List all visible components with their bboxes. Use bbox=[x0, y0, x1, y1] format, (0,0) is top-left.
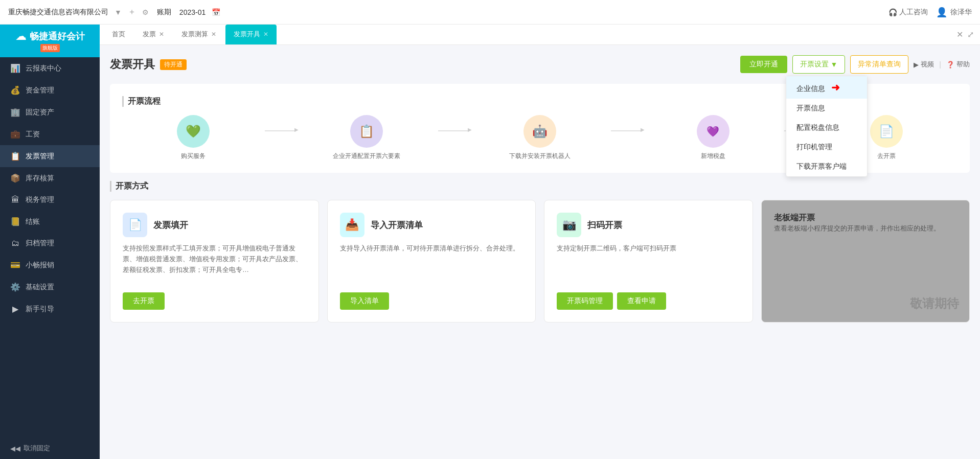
abnormal-button[interactable]: 异常清单查询 bbox=[850, 55, 908, 74]
sidebar-item-label: 归档管理 bbox=[26, 239, 54, 248]
sidebar-item-archive[interactable]: 🗂 归档管理 bbox=[0, 233, 100, 254]
user-avatar-icon: 👤 bbox=[936, 7, 947, 18]
sidebar-item-inventory[interactable]: 📦 库存核算 bbox=[0, 167, 100, 189]
tab-invoice[interactable]: 发票 ✕ bbox=[134, 25, 172, 44]
logo-badge: 旗舰版 bbox=[40, 44, 60, 52]
tab-close-all[interactable]: ✕ bbox=[956, 30, 963, 39]
sidebar-bottom-label: 取消固定 bbox=[24, 444, 50, 453]
boss-invoice-title: 老板端开票 bbox=[774, 213, 815, 222]
sidebar-bottom-pin[interactable]: ◀◀ 取消固定 bbox=[0, 438, 100, 459]
config-enterprise-label: 企业开通配置开票六要素 bbox=[333, 152, 400, 160]
dropdown-item-printer[interactable]: 打印机管理 bbox=[786, 137, 867, 157]
page-area: 发票开具 待开通 立即开通 开票设置 ▼ 企业信息 ➜ bbox=[100, 45, 980, 459]
dropdown-item-tax-disk[interactable]: 配置税盘信息 bbox=[786, 118, 867, 137]
flow-connector-2 bbox=[438, 130, 469, 131]
sidebar-item-label: 固定资产 bbox=[26, 108, 54, 117]
settings-icon[interactable]: ⚙ bbox=[142, 8, 149, 16]
tab-home[interactable]: 首页 bbox=[104, 25, 133, 44]
add-disk-label: 新增税盘 bbox=[701, 152, 725, 160]
dropdown-item-company-info[interactable]: 企业信息 ➜ bbox=[786, 76, 867, 99]
video-button[interactable]: ▶ 视频 bbox=[914, 60, 934, 69]
scan-invoice-title: 扫码开票 bbox=[587, 219, 622, 231]
tab-invoice-close[interactable]: ✕ bbox=[159, 31, 164, 38]
import-invoice-button[interactable]: 导入清单 bbox=[340, 292, 389, 310]
calendar-icon[interactable]: 📅 bbox=[212, 8, 220, 16]
sidebar-item-cloud-report[interactable]: 📊 云报表中心 bbox=[0, 57, 100, 79]
sidebar-item-label: 基础设置 bbox=[26, 283, 54, 292]
sidebar-item-label: 库存核算 bbox=[26, 174, 54, 183]
boss-invoice-desc: 查看老板端小程序提交的开票申请，并作出相应的处理。 bbox=[774, 223, 958, 234]
sidebar-item-payroll[interactable]: 💼 工资 bbox=[0, 123, 100, 145]
sidebar-item-label: 云报表中心 bbox=[26, 64, 61, 73]
buy-service-label: 购买服务 bbox=[181, 152, 206, 160]
company-name: 重庆畅捷交通信息咨询有限公司 bbox=[8, 8, 108, 17]
tax-icon: 🏛 bbox=[10, 195, 20, 204]
tab-invoice-open-close[interactable]: ✕ bbox=[263, 31, 268, 38]
scan-view-button[interactable]: 查看申请 bbox=[617, 292, 666, 310]
help-button[interactable]: ❓ 帮助 bbox=[946, 60, 970, 69]
import-card-header: 📥 导入开票清单 bbox=[340, 213, 523, 237]
page-title: 发票开具 bbox=[110, 57, 155, 72]
methods-section-title: 开票方式 bbox=[110, 181, 970, 192]
question-icon: ❓ bbox=[946, 61, 954, 68]
goto-invoice-icon: 📄 bbox=[870, 115, 903, 148]
scan-manage-button[interactable]: 开票码管理 bbox=[557, 292, 613, 310]
archive-icon: 🗂 bbox=[10, 239, 20, 248]
account-icon: 📒 bbox=[10, 217, 20, 226]
sidebar-item-tax[interactable]: 🏛 税务管理 bbox=[0, 189, 100, 211]
tab-bar: 首页 发票 ✕ 发票测算 ✕ 发票开具 ✕ ✕ ⤢ bbox=[100, 25, 980, 45]
headset-icon: 🎧 bbox=[888, 8, 897, 16]
flow-step-config: 📋 企业开通配置开票六要素 bbox=[295, 115, 438, 160]
flow-connector-1 bbox=[265, 130, 295, 131]
config-enterprise-icon: 📋 bbox=[350, 115, 383, 148]
tab-invoice-calc-label: 发票测算 bbox=[181, 30, 208, 39]
sidebar-item-label: 税务管理 bbox=[26, 195, 54, 204]
tab-invoice-open[interactable]: 发票开具 ✕ bbox=[225, 25, 277, 44]
dropdown-item-label: 开票信息 bbox=[796, 104, 825, 112]
sidebar-item-label: 工资 bbox=[26, 130, 40, 139]
divider: | bbox=[939, 60, 941, 68]
consult-button[interactable]: 🎧 人工咨询 bbox=[888, 8, 928, 17]
top-bar: 重庆畅捷交通信息咨询有限公司 ▼ ＋ ⚙ 账期 2023-01 📅 🎧 人工咨询… bbox=[0, 0, 980, 25]
tab-fullscreen[interactable]: ⤢ bbox=[967, 30, 974, 39]
sidebar-item-settings[interactable]: ⚙️ 基础设置 bbox=[0, 276, 100, 298]
fill-invoice-button[interactable]: 去开票 bbox=[123, 292, 165, 310]
sidebar-item-label: 结账 bbox=[26, 217, 40, 226]
tab-home-label: 首页 bbox=[112, 30, 125, 39]
gear-icon: ⚙️ bbox=[10, 282, 20, 292]
consult-label: 人工咨询 bbox=[899, 8, 928, 17]
settings-dropdown: 企业信息 ➜ 开票信息 配置税盘信息 打印机管理 下 bbox=[786, 76, 868, 177]
pin-icon: ◀◀ bbox=[10, 445, 20, 452]
scan-card-header: 📷 扫码开票 bbox=[557, 213, 740, 237]
activate-button[interactable]: 立即开通 bbox=[740, 56, 787, 73]
sidebar-item-label: 新手引导 bbox=[26, 305, 54, 314]
red-arrow-icon: ➜ bbox=[831, 82, 840, 93]
dropdown-item-label: 下载开票客户端 bbox=[796, 162, 847, 170]
sidebar-item-expense[interactable]: 💳 小畅报销 bbox=[0, 254, 100, 276]
dropdown-item-download-client[interactable]: 下载开票客户端 bbox=[786, 157, 867, 176]
sidebar-item-label: 资金管理 bbox=[26, 86, 54, 95]
inventory-icon: 📦 bbox=[10, 173, 20, 183]
logo-text: 畅捷通好会计 bbox=[30, 30, 85, 42]
buy-service-icon: 💚 bbox=[177, 115, 210, 148]
sidebar-item-fund[interactable]: 💰 资金管理 bbox=[0, 79, 100, 101]
methods-section: 开票方式 📄 发票填开 支持按照发票样式手工填开发票；可开具增值税电子普通发票、… bbox=[110, 181, 970, 323]
add-icon[interactable]: ＋ bbox=[128, 7, 136, 17]
dropdown-icon[interactable]: ▼ bbox=[115, 8, 122, 16]
play-icon: ▶ bbox=[914, 61, 919, 68]
fill-card-header: 📄 发票填开 bbox=[123, 213, 306, 237]
expense-icon: 💳 bbox=[10, 260, 20, 270]
sidebar-item-invoice[interactable]: 📋 发票管理 bbox=[0, 145, 100, 167]
fill-invoice-desc: 支持按照发票样式手工填开发票；可开具增值税电子普通发票、增值税普通发票、增值税专… bbox=[123, 243, 306, 284]
settings-button[interactable]: 开票设置 ▼ bbox=[792, 55, 846, 74]
sidebar-item-guide[interactable]: ▶ 新手引导 bbox=[0, 298, 100, 320]
header-actions: 立即开通 开票设置 ▼ 企业信息 ➜ 开票信息 bbox=[740, 55, 970, 74]
sidebar-item-account[interactable]: 📒 结账 bbox=[0, 211, 100, 233]
guide-icon: ▶ bbox=[10, 304, 20, 314]
sidebar-item-fixed-assets[interactable]: 🏢 固定资产 bbox=[0, 101, 100, 123]
tab-invoice-calc[interactable]: 发票测算 ✕ bbox=[173, 25, 224, 44]
dropdown-item-invoice-info[interactable]: 开票信息 bbox=[786, 99, 867, 118]
assets-icon: 🏢 bbox=[10, 107, 20, 117]
dropdown-item-label: 打印机管理 bbox=[796, 143, 832, 151]
tab-invoice-calc-close[interactable]: ✕ bbox=[211, 31, 216, 38]
